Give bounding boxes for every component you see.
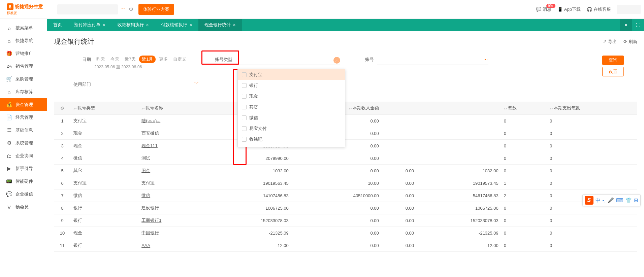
tab[interactable]: 预付冲应付单✕ (68, 19, 111, 31)
sidebar-item[interactable]: ☰基础信息 (0, 124, 47, 137)
cell-name[interactable]: 微信 (139, 189, 207, 202)
checkbox[interactable] (242, 105, 247, 109)
cell-outcount: 0 (547, 239, 637, 252)
acct-more-icon[interactable]: ⋯ (483, 57, 488, 62)
account-type-input[interactable] (236, 56, 340, 65)
cell-c5: 0.00 (382, 227, 417, 239)
cell-name[interactable]: 现金111 (139, 140, 207, 152)
date-range-option[interactable]: 近1月 (139, 56, 156, 63)
column-header[interactable]: ▴▾账号类型 (71, 102, 139, 115)
checkbox[interactable] (242, 126, 247, 131)
cell-name[interactable]: AAA (139, 239, 207, 252)
sidebar-item[interactable]: ⌂快捷导航 (0, 34, 47, 47)
cell-prev: -21325.09 (207, 227, 291, 239)
query-button[interactable]: 查询 (602, 56, 624, 65)
tab-label: 收款核销执行 (118, 22, 144, 28)
row-index: 7 (54, 189, 71, 202)
cell-name[interactable]: 旧金 (139, 165, 207, 177)
logo-block: 6 畅捷通好生意 标准版 (3, 3, 51, 15)
sidebar-item[interactable]: 🗂企业协同 (0, 149, 47, 162)
sidebar-item[interactable]: 🛒采购管理 (0, 73, 47, 85)
sidebar-item[interactable]: ⚙系统管理 (0, 137, 47, 149)
column-header[interactable]: ▴▾账号名称 (139, 102, 207, 115)
close-icon[interactable]: ✕ (233, 23, 236, 27)
cell-name[interactable]: 陆(○○○)... (139, 115, 207, 127)
checkbox[interactable] (242, 137, 247, 142)
try-industry-button[interactable]: 体验行业方案 (138, 4, 174, 15)
company-selector[interactable]: ﹀ (57, 4, 125, 14)
column-header[interactable] (417, 102, 501, 115)
cell-name[interactable]: 建设银行 (139, 202, 207, 214)
sidebar-item[interactable]: 📟智能硬件 (0, 175, 47, 188)
checkbox[interactable] (242, 115, 247, 120)
dept-select[interactable]: ﹀ (94, 80, 199, 87)
dropdown-option[interactable]: 易宝支付 (238, 123, 345, 134)
tab[interactable]: 现金银行统计✕ (198, 19, 242, 31)
tab-fullscreen-button[interactable]: ⛶ (632, 19, 644, 31)
cell-c5 (382, 152, 417, 165)
sidebar-icon: 🛒 (6, 76, 12, 82)
dropdown-option[interactable]: 微信 (238, 112, 345, 123)
app-download-link[interactable]: 📱 App下载 (557, 6, 581, 12)
tab-close-all-button[interactable]: ✕ (620, 19, 632, 31)
export-button[interactable]: ↗导出 (603, 39, 617, 45)
sidebar-item[interactable]: 🎁营销推广 (0, 47, 47, 60)
date-range-option[interactable]: 昨天 (94, 56, 107, 63)
ime-mic-icon[interactable]: 🎤 (608, 197, 614, 203)
date-range-option[interactable]: 近7天 (123, 56, 138, 63)
account-input[interactable] (377, 56, 488, 65)
table-settings-icon[interactable]: ⚙ (54, 102, 71, 115)
close-icon[interactable]: ✕ (189, 23, 192, 27)
dropdown-option[interactable]: 现金 (238, 91, 345, 102)
refresh-button[interactable]: ⟳刷新 (623, 39, 637, 45)
ime-keyboard-icon[interactable]: ⌨ (616, 197, 623, 203)
sidebar-item[interactable]: 🛍销售管理 (0, 60, 47, 73)
support-link[interactable]: 🎧 在线客服 (587, 6, 611, 12)
gear-icon[interactable]: ⚙ (129, 6, 133, 12)
ime-skin-icon[interactable]: 👕 (625, 197, 632, 203)
cell-c6: 152033078.03 (417, 214, 501, 227)
date-range-option[interactable]: 自定义 (171, 56, 188, 63)
type-collapse-toggle[interactable]: ︿ (333, 57, 340, 64)
close-icon[interactable]: ✕ (102, 23, 105, 27)
sidebar-item[interactable]: 📄经营管理 (0, 111, 47, 124)
cell-name[interactable]: 支付宝 (139, 177, 207, 189)
tab-label: 首页 (53, 22, 62, 28)
sidebar-item[interactable]: ⌂库存核算 (0, 85, 47, 98)
dropdown-option[interactable]: 银行 (238, 80, 345, 91)
sidebar-item[interactable]: ▶新手引导 (0, 162, 47, 175)
checkbox[interactable] (242, 72, 247, 77)
cell-count: 0 (501, 140, 547, 152)
sidebar-item[interactable]: 💰资金管理 (0, 98, 47, 111)
sidebar-item[interactable]: 💬企业微信 (0, 188, 47, 201)
close-icon[interactable]: ✕ (146, 23, 149, 27)
cell-name[interactable]: 中国银行 (139, 227, 207, 239)
ime-punct-icon[interactable]: •, (603, 198, 606, 203)
column-header[interactable]: ▴▾本期支出笔数 (547, 102, 637, 115)
date-range-option[interactable]: 更多 (157, 56, 170, 63)
column-header[interactable] (382, 102, 417, 115)
sidebar-item[interactable]: ⌕搜索菜单 (0, 22, 47, 34)
tab[interactable]: 首页 (47, 19, 68, 31)
tab[interactable]: 付款核销执行✕ (155, 19, 198, 31)
dropdown-option[interactable]: 其它 (238, 102, 345, 112)
date-range-option[interactable]: 今天 (108, 56, 121, 63)
cell-name[interactable]: 西安微信 (139, 127, 207, 140)
dropdown-option[interactable]: 长沙银行 (238, 145, 345, 147)
column-header[interactable]: ▴▾笔数 (501, 102, 547, 115)
checkbox[interactable] (242, 83, 247, 88)
ime-lang[interactable]: 中 (595, 197, 601, 204)
dropdown-option[interactable]: 收钱吧 (238, 134, 345, 145)
avatar[interactable] (617, 5, 641, 14)
dropdown-option[interactable]: 支付宝 (238, 69, 345, 80)
cell-name[interactable]: 测试 (139, 152, 207, 165)
checkbox[interactable] (242, 94, 247, 99)
option-label: 现金 (249, 93, 258, 99)
cell-c5 (382, 115, 417, 127)
ime-toolbox-icon[interactable]: ⊞ (634, 197, 638, 203)
cell-name[interactable]: 工商银行1 (139, 214, 207, 227)
tab[interactable]: 收款核销执行✕ (111, 19, 155, 31)
settings-button[interactable]: 设置 (602, 67, 624, 76)
messages-link[interactable]: 💬 消息 99+ (536, 6, 551, 12)
sidebar-item[interactable]: V畅会员 (0, 201, 47, 213)
